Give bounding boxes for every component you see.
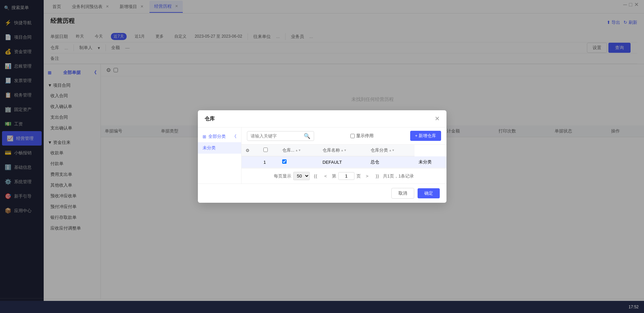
modal-close-btn[interactable]: ✕ <box>435 115 440 122</box>
warehouse-modal: 仓库 ✕ ⊞ 全部分类 《 未分类 <box>198 110 446 203</box>
row-settings <box>242 156 260 168</box>
modal-search-input[interactable] <box>251 133 302 139</box>
row-num: 1 <box>259 156 278 168</box>
modal-next-btn[interactable]: ＞ <box>363 172 372 180</box>
unclassified-item[interactable]: 未分类 <box>198 142 241 154</box>
table-row[interactable]: 1 DEFAULT 总仓 未分类 <box>242 156 446 168</box>
row-category: 未分类 <box>415 156 446 168</box>
row-checkbox-cell[interactable] <box>278 156 319 168</box>
modal-prev-btn[interactable]: ＜ <box>321 172 330 180</box>
modal-pagination: 每页显示 50 ⟨⟨ ＜ 第 页 ＞ ⟩⟩ 共1页，1条记录 <box>242 168 446 184</box>
modal-per-page-select[interactable]: 50 <box>293 172 310 180</box>
modal-left-scroll[interactable]: 未分类 <box>198 142 241 180</box>
taskbar-time: 17:52 <box>629 305 639 309</box>
modal-footer: 取消 确定 <box>198 184 446 203</box>
sort-icon[interactable]: ▲▼ <box>341 149 347 152</box>
modal-table-area: ⚙ 仓库... ▲▼ 仓库名称 <box>242 145 446 168</box>
warehouse-table: ⚙ 仓库... ▲▼ 仓库名称 <box>242 145 446 168</box>
modal-total-label: 共1页，1条记录 <box>383 173 414 179</box>
show-disabled-checkbox[interactable] <box>350 134 355 138</box>
modal-left-all-btn[interactable]: ⊞ 全部分类 《 <box>198 131 241 142</box>
show-disabled-checkbox-label[interactable]: 显示停用 <box>350 133 374 139</box>
modal-page-label: 第 <box>332 173 336 179</box>
modal-last-btn[interactable]: ⟩⟩ <box>374 173 381 180</box>
th-warehouse-code: 仓库... ▲▼ <box>278 145 319 156</box>
modal-search-box[interactable]: 🔍 <box>247 131 314 141</box>
th-warehouse-category: 仓库分类 ▲▼ <box>367 145 415 156</box>
sort-icon[interactable]: ▲▼ <box>389 149 395 152</box>
search-icon: 🔍 <box>304 133 310 139</box>
modal-title: 仓库 <box>205 116 215 122</box>
row-checkbox[interactable] <box>282 159 287 164</box>
th-checkbox[interactable] <box>259 145 278 156</box>
select-all-modal[interactable] <box>263 148 268 152</box>
add-warehouse-btn[interactable]: + 新增仓库 <box>410 131 441 141</box>
all-category-label: 全部分类 <box>208 133 226 140</box>
modal-collapse-btn[interactable]: 《 <box>232 133 237 140</box>
per-page-label: 每页显示 <box>274 173 291 179</box>
cancel-btn[interactable]: 取消 <box>391 188 414 199</box>
show-disabled-label: 显示停用 <box>356 133 374 139</box>
th-settings[interactable]: ⚙ <box>242 145 260 156</box>
modal-left-panel: ⊞ 全部分类 《 未分类 <box>198 127 242 184</box>
confirm-btn[interactable]: 确定 <box>418 188 440 198</box>
modal-page-suffix: 页 <box>356 173 361 179</box>
grid-icon: ⊞ <box>203 134 206 139</box>
modal-overlay[interactable]: 仓库 ✕ ⊞ 全部分类 《 未分类 <box>0 0 644 313</box>
modal-right-panel: 🔍 显示停用 + 新增仓库 ⚙ <box>242 127 446 184</box>
modal-body: ⊞ 全部分类 《 未分类 🔍 显示停用 <box>198 127 446 184</box>
taskbar: 17:52 <box>0 301 644 313</box>
modal-first-btn[interactable]: ⟨⟨ <box>312 173 319 180</box>
row-name: 总仓 <box>367 156 415 168</box>
row-code: DEFAULT <box>318 156 367 168</box>
modal-toolbar: 🔍 显示停用 + 新增仓库 <box>242 127 446 145</box>
modal-page-input[interactable] <box>338 172 354 180</box>
sort-icon[interactable]: ▲▼ <box>295 149 301 152</box>
modal-header: 仓库 ✕ <box>198 110 446 127</box>
th-warehouse-name: 仓库名称 ▲▼ <box>318 145 367 156</box>
